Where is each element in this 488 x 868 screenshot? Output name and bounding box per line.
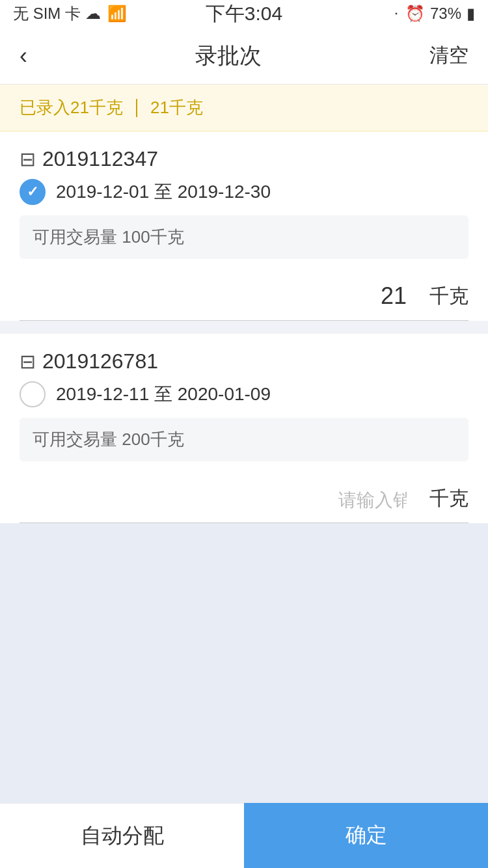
info-banner: 已录入21千克 21千克 bbox=[0, 85, 488, 131]
alarm-icon: ⏰ bbox=[405, 5, 425, 23]
batch-2-card: ⊟ 2019126781 2019-12-11 至 2020-01-09 可用交… bbox=[0, 334, 488, 523]
batch-1-quantity-input[interactable] bbox=[338, 282, 416, 310]
batch-2-header: ⊟ 2019126781 bbox=[20, 349, 468, 373]
batch-1-card: ⊟ 2019112347 2019-12-01 至 2019-12-30 可用交… bbox=[0, 131, 488, 321]
bottom-bar: 自动分配 确定 bbox=[0, 803, 488, 868]
batch-2-doc-icon: ⊟ bbox=[20, 350, 36, 373]
batch-2-item: ⊟ 2019126781 2019-12-11 至 2020-01-09 可用交… bbox=[0, 334, 488, 474]
blank-area bbox=[0, 523, 488, 848]
status-left: 无 SIM 卡 ☁ 📶 bbox=[13, 3, 127, 24]
batch-2-radio[interactable] bbox=[20, 381, 46, 407]
section-separator bbox=[0, 321, 488, 334]
batch-2-availability: 可用交易量 200千克 bbox=[20, 418, 468, 461]
wifi-icon: 📶 bbox=[107, 5, 127, 23]
sim-label: 无 SIM 卡 ☁ bbox=[13, 3, 101, 24]
status-bar: 无 SIM 卡 ☁ 📶 下午3:04 ⬝ ⏰ 73% ▮ bbox=[0, 0, 488, 27]
batch-1-header: ⊟ 2019112347 bbox=[20, 147, 468, 171]
batch-2-quantity-input[interactable] bbox=[338, 485, 416, 512]
battery-text: 73% bbox=[430, 5, 461, 23]
batch-1-unit: 千克 bbox=[429, 283, 468, 310]
confirm-button[interactable]: 确定 bbox=[244, 803, 488, 868]
total-amount: 21千克 bbox=[150, 96, 203, 119]
batch-1-item: ⊟ 2019112347 2019-12-01 至 2019-12-30 可用交… bbox=[0, 131, 488, 272]
recorded-amount: 已录入21千克 bbox=[20, 96, 123, 119]
batch-1-date-row: 2019-12-01 至 2019-12-30 bbox=[20, 179, 468, 205]
info-divider bbox=[136, 99, 137, 117]
batch-2-unit: 千克 bbox=[429, 485, 468, 512]
batch-1-quantity-row: 千克 bbox=[0, 272, 488, 320]
batch-1-id: 2019112347 bbox=[42, 147, 158, 171]
auto-distribute-button[interactable]: 自动分配 bbox=[0, 803, 244, 868]
page-title: 录批次 bbox=[195, 41, 262, 71]
batch-1-doc-icon: ⊟ bbox=[20, 148, 36, 170]
battery-icon: ▮ bbox=[467, 5, 475, 23]
location-icon: ⬝ bbox=[392, 7, 400, 21]
batch-2-id: 2019126781 bbox=[42, 349, 158, 373]
nav-bar: ‹ 录批次 清空 bbox=[0, 27, 488, 85]
batch-1-radio[interactable] bbox=[20, 179, 46, 205]
status-right: ⬝ ⏰ 73% ▮ bbox=[392, 5, 475, 23]
batch-1-date: 2019-12-01 至 2019-12-30 bbox=[56, 180, 271, 204]
batch-1-availability: 可用交易量 100千克 bbox=[20, 215, 468, 259]
status-time: 下午3:04 bbox=[206, 1, 282, 27]
batch-2-quantity-row: 千克 bbox=[0, 474, 488, 522]
batch-2-date-row: 2019-12-11 至 2020-01-09 bbox=[20, 381, 468, 407]
batch-2-date: 2019-12-11 至 2020-01-09 bbox=[56, 382, 271, 407]
back-button[interactable]: ‹ bbox=[20, 42, 27, 70]
clear-button[interactable]: 清空 bbox=[429, 42, 468, 69]
